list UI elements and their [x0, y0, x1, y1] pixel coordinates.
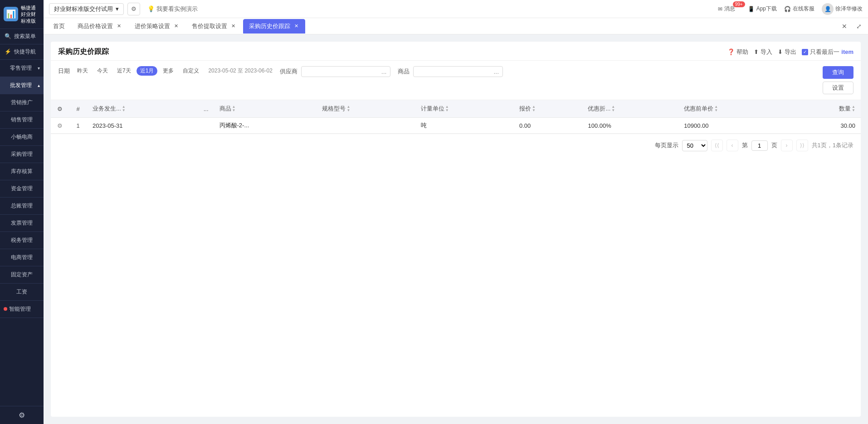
th-pre-discount[interactable]: 优惠前单价 ▲▼	[678, 100, 792, 118]
sidebar-finance-label: 资金管理	[4, 185, 40, 193]
th-date[interactable]: 业务发生... ▲▼	[87, 100, 198, 118]
sort-arrows-unit: ▲▼	[445, 105, 449, 112]
help-label: 帮助	[736, 48, 748, 56]
th-discount[interactable]: 优惠折... ▲▼	[582, 100, 678, 118]
page-suffix-label: 页	[771, 141, 777, 149]
sidebar-item-invoice[interactable]: 发票管理	[0, 215, 44, 232]
sort-arrows-pre-discount: ▲▼	[714, 105, 718, 112]
th-unit[interactable]: 计量单位 ▲▼	[415, 100, 514, 118]
tab-price-label: 商品价格设置	[78, 22, 113, 30]
page-label: 第	[742, 141, 748, 149]
sidebar-item-ecommerce[interactable]: 电商管理	[0, 249, 44, 266]
import-button[interactable]: ⬆ 导入	[754, 48, 772, 56]
page-header-actions: ❓ 帮助 ⬆ 导入 ⬇ 导出 ✓ 只看最后一 item	[727, 48, 853, 56]
supplier-input[interactable]	[305, 68, 381, 75]
main-area: 好业财标准版交付试用 ▾ ⚙ 💡 我要看实例演示 ✉ 消息 99+ 📱 App下…	[44, 0, 868, 424]
topbar-settings-button[interactable]: ⚙	[127, 3, 140, 15]
tab-price[interactable]: 商品价格设置 ✕	[72, 19, 128, 34]
sidebar-wholesale-label: 批发管理	[4, 82, 38, 89]
tab-sale-price[interactable]: 售价提取设置 ✕	[186, 19, 242, 34]
page-number-input[interactable]	[751, 140, 768, 151]
prev-page-button[interactable]: ‹	[727, 140, 738, 151]
date-option-month1[interactable]: 近1月	[137, 66, 158, 76]
item-text: item	[841, 48, 853, 55]
first-page-button[interactable]: ⟨⟨	[711, 140, 723, 151]
app-logo-text: 畅捷通好业财 标准版	[21, 5, 40, 24]
sidebar-item-purchase[interactable]: 采购管理	[0, 146, 44, 163]
export-button[interactable]: ⬇ 导出	[778, 48, 796, 56]
online-service-label: 在线客服	[793, 5, 814, 13]
th-product[interactable]: 商品 ▲▼	[214, 100, 317, 118]
tab-purchase-strategy[interactable]: 进价策略设置 ✕	[129, 19, 185, 34]
row-gear-icon[interactable]: ⚙	[57, 122, 63, 129]
date-option-today[interactable]: 今天	[93, 66, 112, 76]
tab-history-price-label: 采购历史价跟踪	[249, 22, 290, 30]
sidebar-item-wholesale[interactable]: 批发管理 ▴	[0, 77, 44, 94]
tab-fullscreen-button[interactable]: ⤢	[853, 21, 864, 32]
tab-home[interactable]: 首页	[47, 19, 71, 34]
th-price-label: 报价	[519, 105, 531, 113]
sidebar-item-retail[interactable]: 零售管理 ▾	[0, 60, 44, 77]
sidebar-tax-label: 税务管理	[4, 236, 40, 244]
date-option-week7[interactable]: 近7天	[113, 66, 135, 76]
product-ellipsis[interactable]: ...	[493, 68, 499, 75]
demo-button[interactable]: 💡 我要看实例演示	[147, 5, 198, 13]
tab-price-close[interactable]: ✕	[116, 23, 122, 29]
tab-history-price-close[interactable]: ✕	[293, 23, 299, 29]
sidebar-marketing-label: 营销推广	[4, 99, 40, 106]
tab-purchase-strategy-close[interactable]: ✕	[173, 23, 179, 29]
supplier-ellipsis[interactable]: ...	[381, 68, 387, 75]
th-price[interactable]: 报价 ▲▼	[514, 100, 583, 118]
chevron-down-icon: ▾	[38, 66, 40, 71]
product-input[interactable]	[417, 68, 493, 75]
next-page-button[interactable]: ›	[781, 140, 793, 151]
sidebar-item-marketing[interactable]: 营销推广	[0, 94, 44, 111]
sidebar-search[interactable]: 🔍 搜索菜单	[0, 29, 44, 44]
sidebar-item-inventory[interactable]: 库存核算	[0, 163, 44, 180]
tab-sale-price-label: 售价提取设置	[192, 22, 227, 30]
app-version: 标准版	[21, 18, 40, 24]
messages-button[interactable]: ✉ 消息 99+	[718, 5, 741, 13]
supplier-input-wrap: ...	[301, 66, 391, 77]
td-price: 0.00	[514, 118, 583, 134]
last-page-button[interactable]: ⟩⟩	[796, 140, 808, 151]
pagination: 每页显示 50 10 20 100 ⟨⟨ ‹ 第 页 › ⟩⟩ 共1页，1条记录	[51, 134, 861, 157]
help-button[interactable]: ❓ 帮助	[727, 48, 748, 56]
sidebar-item-tax[interactable]: 税务管理	[0, 232, 44, 249]
sidebar-item-settings[interactable]: ⚙	[0, 406, 44, 424]
sidebar-item-smart[interactable]: 智能管理	[0, 301, 44, 318]
td-product: 丙烯酸-2-...	[214, 118, 317, 134]
app-download-button[interactable]: 📱 App下载	[748, 5, 777, 13]
sidebar-item-assets[interactable]: 固定资产	[0, 266, 44, 284]
last-only-checkbox[interactable]: ✓	[802, 49, 808, 55]
sidebar-item-account[interactable]: 总账管理	[0, 198, 44, 215]
th-spec[interactable]: 规格型号 ▲▼	[317, 100, 415, 118]
online-service-button[interactable]: 🎧 在线客服	[784, 5, 814, 13]
sidebar-item-ecommerce-small[interactable]: 小畅电商	[0, 129, 44, 146]
th-gear[interactable]: ⚙	[51, 100, 69, 118]
td-gear[interactable]: ⚙	[51, 118, 69, 134]
th-more[interactable]: ...	[198, 100, 214, 118]
tab-history-price[interactable]: 采购历史价跟踪 ✕	[243, 19, 305, 34]
date-option-more[interactable]: 更多	[159, 66, 177, 76]
search-icon: 🔍	[5, 33, 11, 39]
sidebar-item-finance[interactable]: 资金管理	[0, 180, 44, 198]
filter-settings-button[interactable]: 设置	[823, 82, 853, 94]
tab-sale-price-close[interactable]: ✕	[230, 23, 236, 29]
query-button[interactable]: 查询	[823, 66, 853, 79]
version-selector[interactable]: 好业财标准版交付试用 ▾	[49, 3, 124, 15]
sidebar-invoice-label: 发票管理	[4, 219, 40, 227]
sidebar-account-label: 总账管理	[4, 202, 40, 210]
sidebar-quicknav[interactable]: ⚡ 快捷导航	[0, 44, 44, 60]
last-only-checkbox-wrap[interactable]: ✓ 只看最后一 item	[802, 48, 853, 56]
date-option-yesterday[interactable]: 昨天	[73, 66, 92, 76]
date-option-custom[interactable]: 自定义	[179, 66, 203, 76]
sidebar-item-salary[interactable]: 工资	[0, 284, 44, 301]
gear-icon: ⚙	[19, 411, 25, 419]
user-profile-button[interactable]: 👤 徐泽华修改	[822, 3, 863, 15]
avatar: 👤	[822, 3, 834, 15]
tab-close-button[interactable]: ✕	[839, 21, 850, 32]
sidebar-item-sales[interactable]: 销售管理	[0, 111, 44, 129]
per-page-select[interactable]: 50 10 20 100	[682, 140, 707, 151]
th-quantity[interactable]: 数量 ▲▼	[792, 100, 861, 118]
